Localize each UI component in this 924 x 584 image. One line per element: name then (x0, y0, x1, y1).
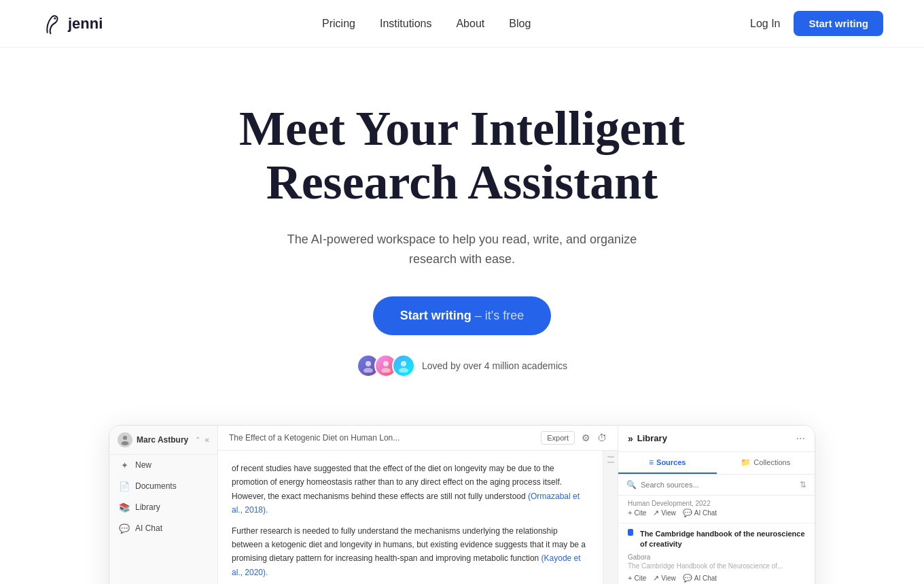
hero-title-line2: Research Assistant (266, 155, 658, 209)
view-label-1: View (661, 509, 676, 517)
nav-start-writing-button[interactable]: Start writing (794, 11, 883, 36)
strip-line-2 (607, 462, 614, 463)
sidebar-username: Marc Astbury (137, 435, 191, 445)
right-panel-search: 🔍 ⇅ (618, 475, 815, 496)
sidebar-item-ai-chat[interactable]: 💬 AI Chat (109, 518, 217, 539)
sources-tab-label: Sources (656, 458, 686, 466)
citation-2: (Kayode et al., 2020). (232, 553, 581, 577)
sources-tab-icon: ≡ (649, 458, 654, 467)
sidebar-chevron-icon: ⌃ (195, 436, 200, 443)
collections-tab-icon: 📁 (741, 458, 751, 467)
social-proof-text: Loved by over 4 million academics (422, 360, 567, 371)
cite-label-2: Cite (634, 574, 646, 582)
settings-icon[interactable]: ⚙ (582, 432, 590, 443)
library-icon: 📚 (119, 502, 130, 513)
sort-icon[interactable]: ⇅ (800, 480, 806, 489)
ai-chat-button-1[interactable]: 💬 AI Chat (683, 509, 717, 517)
ai-chat-icon-2: 💬 (683, 574, 692, 583)
cite-button-2[interactable]: + Cite (628, 574, 646, 582)
svg-point-4 (381, 368, 391, 373)
tab-collections[interactable]: 📁 Collections (717, 452, 815, 474)
sidebar-item-documents[interactable]: 📄 Documents (109, 476, 217, 497)
library-arrows-icon: » (628, 433, 633, 444)
source-item-main: The Cambridge handbook of the neuroscien… (618, 523, 815, 584)
demo-editor: The Effect of a Ketogenic Diet on Human … (218, 426, 618, 584)
tab-sources[interactable]: ≡ Sources (618, 452, 717, 474)
ai-chat-label-2: AI Chat (694, 574, 717, 582)
view-icon-2: ↗ (653, 574, 659, 583)
library-title-text: Library (637, 433, 667, 443)
source-journal: The Cambridge Handbook of the Neuroscien… (628, 562, 805, 570)
hero-subtitle: The AI-powered workspace to help you rea… (285, 230, 639, 269)
hero-section: Meet Your Intelligent Research Assistant… (0, 48, 924, 411)
hero-title-line1: Meet Your Intelligent (239, 101, 685, 156)
demo-section: Marc Astbury ⌃ « ✦ New 📄 Documents 📚 Lib… (0, 411, 924, 584)
editor-toolbar: The Effect of a Ketogenic Diet on Human … (218, 426, 618, 451)
nav-link-about[interactable]: About (456, 18, 484, 29)
sidebar-item-library[interactable]: 📚 Library (109, 497, 217, 518)
cite-button-1[interactable]: + Cite (628, 509, 646, 517)
nav-links: Pricing Institutions About Blog (322, 18, 531, 30)
editor-toolbar-right: Export ⚙ ⏱ (541, 431, 607, 445)
editor-side-strip (603, 451, 618, 584)
login-link[interactable]: Log In (750, 18, 780, 30)
source-title: The Cambridge handbook of the neuroscien… (640, 529, 805, 550)
hero-cta-free: – it's free (475, 309, 524, 322)
editor-paragraph-1: of recent studies have suggested that th… (232, 462, 589, 517)
nav-link-blog[interactable]: Blog (509, 18, 531, 29)
logo-icon (41, 13, 63, 35)
editor-paragraph-2: Further research is needed to fully unde… (232, 524, 589, 580)
demo-window: Marc Astbury ⌃ « ✦ New 📄 Documents 📚 Lib… (109, 425, 815, 584)
logo-text: jenni (68, 15, 103, 33)
view-button-1[interactable]: ↗ View (653, 509, 676, 517)
svg-point-7 (123, 436, 127, 440)
nav-link-pricing[interactable]: Pricing (322, 18, 355, 29)
ai-chat-label-1: AI Chat (694, 509, 717, 517)
navbar: jenni Pricing Institutions About Blog Lo… (0, 0, 924, 48)
sidebar-collapse-icon[interactable]: « (205, 435, 209, 445)
cite-icon-2: + (628, 574, 632, 582)
search-input[interactable] (641, 481, 796, 489)
demo-right-panel: » Library ··· ≡ Sources 📁 Collections 🔍 (618, 426, 815, 584)
source-item-actions-main: + Cite ↗ View 💬 AI Chat (628, 574, 805, 583)
sidebar-item-new[interactable]: ✦ New (109, 455, 217, 476)
svg-point-0 (54, 17, 56, 19)
sidebar-avatar (118, 432, 132, 447)
sidebar-item-documents-label: Documents (135, 481, 177, 491)
strip-line-1 (607, 456, 614, 458)
sidebar-item-ai-chat-label: AI Chat (135, 523, 162, 533)
source-item: Human Development, 2022 + Cite ↗ View 💬 (618, 496, 815, 523)
cite-icon-1: + (628, 509, 632, 517)
editor-doc-title: The Effect of a Ketogenic Diet on Human … (229, 433, 399, 443)
collections-tab-label: Collections (753, 458, 790, 466)
social-proof: Loved by over 4 million academics (14, 354, 910, 377)
search-icon: 🔍 (626, 480, 637, 489)
right-panel-header: » Library ··· (618, 426, 815, 452)
hero-cta-main: Start writing (400, 309, 472, 322)
export-button[interactable]: Export (541, 431, 575, 445)
more-options-icon[interactable]: ··· (796, 432, 805, 445)
avatar-group (357, 354, 415, 377)
source-badge (628, 529, 633, 536)
ai-chat-icon: 💬 (119, 523, 130, 534)
cite-label-1: Cite (634, 509, 646, 517)
history-icon[interactable]: ⏱ (597, 432, 607, 443)
avatar (392, 354, 415, 377)
documents-icon: 📄 (119, 481, 130, 492)
svg-point-6 (399, 368, 408, 373)
right-panel-content: Human Development, 2022 + Cite ↗ View 💬 (618, 496, 815, 584)
view-label-2: View (661, 574, 676, 582)
hero-start-writing-button[interactable]: Start writing – it's free (373, 296, 552, 335)
svg-point-2 (363, 368, 373, 373)
ai-chat-icon-1: 💬 (683, 509, 692, 517)
svg-point-5 (401, 361, 406, 366)
nav-link-institutions[interactable]: Institutions (380, 18, 431, 29)
svg-point-3 (383, 361, 389, 366)
source-item-header: The Cambridge handbook of the neuroscien… (628, 529, 805, 551)
right-panel-title: » Library (628, 433, 667, 444)
source-author: Gabora (628, 553, 805, 561)
logo-link[interactable]: jenni (41, 13, 103, 35)
ai-chat-button-2[interactable]: 💬 AI Chat (683, 574, 717, 583)
svg-point-1 (366, 361, 371, 366)
view-button-2[interactable]: ↗ View (653, 574, 676, 583)
